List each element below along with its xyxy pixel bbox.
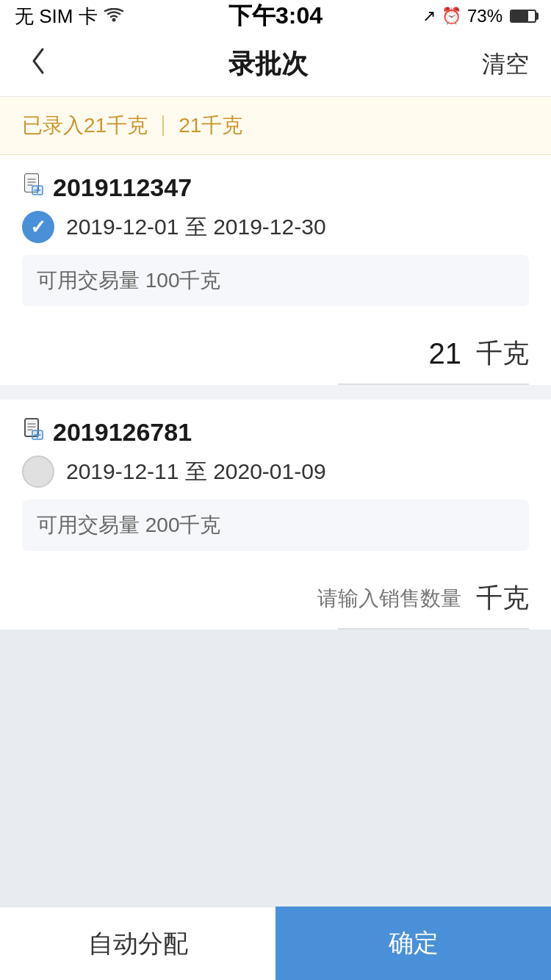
carrier-label: 无 SIM 卡 [15,4,98,29]
available-qty-2: 可用交易量 200千克 [22,500,529,551]
checkbox-2[interactable] [22,455,54,488]
alarm-icon: ⏰ [442,7,461,26]
summary-bar: 已录入21千克 21千克 [0,97,551,155]
wifi-icon [104,5,124,28]
auto-distribute-button[interactable]: 自动分配 [0,907,276,980]
batch-date-2: 2019-12-11 至 2020-01-09 [66,457,326,487]
checkmark-1: ✓ [30,216,46,239]
batch-date-row-1[interactable]: ✓ 2019-12-01 至 2019-12-30 [22,211,529,243]
batch-doc-icon-2 [22,417,46,447]
recorded-label: 已录入21千克 [22,112,148,140]
batch-id-1: 2019112347 [53,173,192,202]
back-button[interactable] [22,39,54,90]
page-title: 录批次 [228,46,308,82]
batch-date-row-2[interactable]: 2019-12-11 至 2020-01-09 [22,455,529,488]
batch-card-2: 2019126781 2019-12-11 至 2020-01-09 可用交易量… [0,400,551,630]
card-separator [0,385,551,400]
clear-button[interactable]: 清空 [482,48,529,81]
confirm-button[interactable]: 确定 [276,907,551,980]
battery-icon [510,10,536,23]
nav-bar: 录批次 清空 [0,32,551,97]
summary-value: 21千克 [179,112,242,140]
battery-label: 73% [467,6,503,26]
batch-id-row-2: 2019126781 [22,417,529,447]
status-time: 下午3:04 [228,0,323,32]
svg-point-0 [112,18,115,21]
batch-card-1: 2019112347 ✓ 2019-12-01 至 2019-12-30 可用交… [0,155,551,385]
batch-id-row-1: 2019112347 [22,173,529,202]
batch-id-2: 2019126781 [53,418,192,447]
checkbox-1[interactable]: ✓ [22,211,54,243]
qty-unit-1: 千克 [476,336,529,372]
summary-divider [162,115,164,136]
status-right: ↗ ⏰ 73% [422,6,536,26]
bottom-bar: 自动分配 确定 [0,907,551,980]
location-icon: ↗ [422,7,436,26]
qty-unit-2: 千克 [476,580,529,616]
qty-input-1[interactable] [314,337,461,370]
qty-input-2[interactable] [241,587,461,610]
content-area: 2019112347 ✓ 2019-12-01 至 2019-12-30 可用交… [0,155,551,980]
batch-date-1: 2019-12-01 至 2019-12-30 [66,212,326,242]
status-left: 无 SIM 卡 [15,4,124,29]
available-qty-1: 可用交易量 100千克 [22,255,529,306]
qty-row-2: 千克 [0,569,551,628]
qty-row-1: 千克 [0,324,551,383]
batch-doc-icon-1 [22,173,46,202]
status-bar: 无 SIM 卡 下午3:04 ↗ ⏰ 73% [0,0,551,32]
